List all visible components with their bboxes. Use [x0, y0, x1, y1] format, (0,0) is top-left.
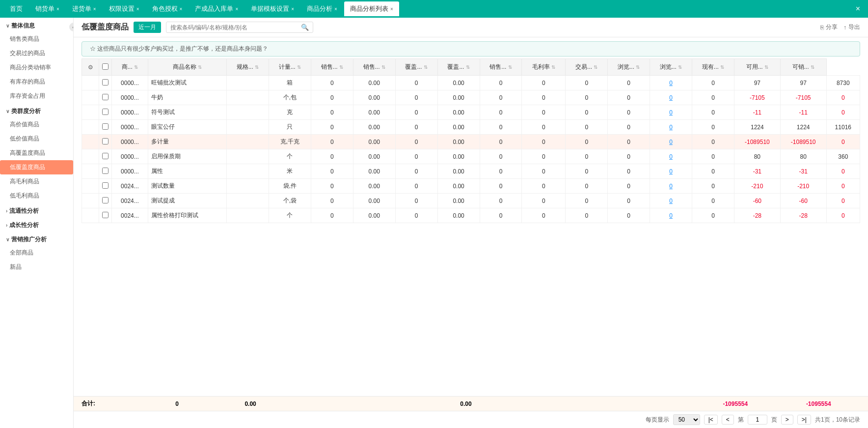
nav-tab-purchase[interactable]: 进货单 ×: [66, 1, 102, 16]
sort-icon-saleable: ⇅: [811, 64, 814, 70]
row-browse-link[interactable]: 0: [650, 76, 692, 90]
footer-spacer: 0 0.00 0.00 -1095554 -1095554: [140, 400, 860, 407]
th-margin-rate[interactable]: 毛利率 ⇅: [522, 59, 566, 76]
th-sales1[interactable]: 销售... ⇅: [311, 59, 353, 76]
sidebar-section-liquidity[interactable]: › 流通性分析: [0, 203, 73, 217]
row-browse-link[interactable]: 0: [650, 120, 692, 135]
sidebar-item-low-coverage[interactable]: 低覆盖度商品: [0, 160, 73, 174]
sidebar-section-overall[interactable]: ∨ 整体信息: [0, 18, 73, 32]
select-all-checkbox[interactable]: [102, 63, 108, 70]
row-checkbox[interactable]: [99, 135, 112, 149]
page-input[interactable]: [748, 415, 767, 425]
row-checkbox[interactable]: [99, 149, 112, 164]
first-page-btn[interactable]: |<: [704, 415, 718, 425]
nav-tab-analysis-list[interactable]: 商品分析列表 ×: [344, 1, 399, 16]
th-cover2[interactable]: 覆盖... ⇅: [437, 59, 480, 76]
th-settings[interactable]: ⚙: [82, 59, 99, 76]
nav-tab-analysis[interactable]: 商品分析 ×: [301, 1, 343, 16]
th-cover1[interactable]: 覆盖... ⇅: [395, 59, 437, 76]
th-name[interactable]: 商品名称 ⇅: [148, 59, 226, 76]
close-all-tabs[interactable]: ×: [852, 4, 864, 13]
row-checkbox[interactable]: [99, 164, 112, 179]
row-browse-link[interactable]: 0: [650, 105, 692, 120]
th-checkbox[interactable]: [99, 59, 112, 76]
row-unit: 克,千克: [269, 135, 311, 149]
sidebar-section-marketing[interactable]: ∨ 营销推广分析: [0, 231, 73, 246]
export-button[interactable]: ↑ 导出: [843, 23, 860, 31]
row-col5: 0: [480, 149, 522, 164]
row-browse-link[interactable]: 0: [650, 194, 692, 208]
row-browse-link[interactable]: 0: [650, 149, 692, 164]
row-browse-link[interactable]: 0: [650, 179, 692, 194]
nav-tab-home[interactable]: 首页: [4, 1, 28, 16]
settings-icon[interactable]: ⚙: [88, 64, 93, 71]
row-col7: 0: [566, 164, 608, 179]
close-role-tab[interactable]: ×: [180, 6, 183, 12]
close-sales-tab[interactable]: ×: [56, 6, 59, 12]
th-available[interactable]: 可用... ⇅: [734, 59, 780, 76]
sidebar-item-with-stock[interactable]: 有库存的商品: [0, 75, 73, 89]
nav-tab-permission[interactable]: 权限设置 ×: [103, 1, 145, 16]
th-spec[interactable]: 规格... ⇅: [226, 59, 269, 76]
th-browse1[interactable]: 浏览... ⇅: [608, 59, 650, 76]
row-checkbox[interactable]: [99, 90, 112, 105]
search-icon[interactable]: 🔍: [301, 24, 309, 31]
sidebar-item-sales-goods[interactable]: 销售类商品: [0, 32, 73, 46]
row-col1: 0: [311, 208, 353, 223]
sidebar-section-cluster[interactable]: ∨ 类群度分析: [0, 103, 73, 117]
sort-icon-cover1: ⇅: [424, 64, 428, 70]
search-input[interactable]: [170, 24, 299, 31]
close-analysis-list-tab[interactable]: ×: [390, 6, 393, 12]
nav-tab-template[interactable]: 单据模板设置 ×: [245, 1, 300, 16]
sidebar-item-high-value[interactable]: 高价值商品: [0, 117, 73, 132]
sidebar-item-all-goods[interactable]: 全部商品: [0, 246, 73, 260]
period-button[interactable]: 近一月: [134, 22, 161, 33]
nav-tab-product-in[interactable]: 产成品入库单 ×: [189, 1, 244, 16]
th-current[interactable]: 现有... ⇅: [692, 59, 734, 76]
row-spec: [226, 90, 269, 105]
close-product-in-tab[interactable]: ×: [235, 6, 238, 12]
row-browse2: 0: [692, 164, 734, 179]
sidebar-item-traded-goods[interactable]: 交易过的商品: [0, 46, 73, 60]
row-col10: -11: [780, 105, 826, 120]
sidebar-item-high-coverage[interactable]: 高覆盖度商品: [0, 146, 73, 160]
sidebar-item-new-goods[interactable]: 新品: [0, 260, 73, 274]
th-sales2[interactable]: 销售... ⇅: [353, 59, 395, 76]
sidebar-item-stock-capital[interactable]: 库存资金占用: [0, 89, 73, 103]
sidebar-item-low-margin[interactable]: 低毛利商品: [0, 189, 73, 203]
row-browse-link[interactable]: 0: [650, 164, 692, 179]
row-browse2: 0: [692, 90, 734, 105]
row-browse-link[interactable]: 0: [650, 208, 692, 223]
row-code: 0024...: [112, 194, 148, 208]
th-trade[interactable]: 交易... ⇅: [566, 59, 608, 76]
sidebar-item-low-value[interactable]: 低价值商品: [0, 132, 73, 146]
row-browse-link[interactable]: 0: [650, 135, 692, 149]
sidebar-item-high-margin[interactable]: 高毛利商品: [0, 174, 73, 189]
th-saleable[interactable]: 可销... ⇅: [780, 59, 826, 76]
row-checkbox[interactable]: [99, 105, 112, 120]
close-permission-tab[interactable]: ×: [136, 6, 139, 12]
prev-page-btn[interactable]: <: [722, 415, 734, 425]
row-checkbox[interactable]: [99, 76, 112, 90]
row-checkbox[interactable]: [99, 208, 112, 223]
th-browse2[interactable]: 浏览... ⇅: [650, 59, 692, 76]
th-unit[interactable]: 计量... ⇅: [269, 59, 311, 76]
next-page-btn[interactable]: >: [781, 415, 793, 425]
table-container[interactable]: ⚙ 商... ⇅ 商品名称 ⇅ 规格... ⇅ 计量... ⇅ 销售... ⇅ …: [74, 58, 868, 396]
close-template-tab[interactable]: ×: [291, 6, 294, 12]
last-page-btn[interactable]: >|: [797, 415, 811, 425]
sidebar-item-category-rate[interactable]: 商品分类动销率: [0, 60, 73, 75]
row-checkbox[interactable]: [99, 179, 112, 194]
nav-tab-sales[interactable]: 销货单 ×: [29, 1, 65, 16]
sidebar-section-growth[interactable]: › 成长性分析: [0, 217, 73, 231]
row-checkbox[interactable]: [99, 194, 112, 208]
close-analysis-tab[interactable]: ×: [334, 6, 337, 12]
per-page-select[interactable]: 50 100 200: [673, 414, 700, 425]
nav-tab-role[interactable]: 角色授权 ×: [146, 1, 189, 16]
share-button[interactable]: ⎘ 分享: [820, 23, 838, 31]
row-browse-link[interactable]: 0: [650, 90, 692, 105]
row-checkbox[interactable]: [99, 120, 112, 135]
th-sales3[interactable]: 销售... ⇅: [480, 59, 522, 76]
th-code[interactable]: 商... ⇅: [112, 59, 148, 76]
close-purchase-tab[interactable]: ×: [93, 6, 96, 12]
